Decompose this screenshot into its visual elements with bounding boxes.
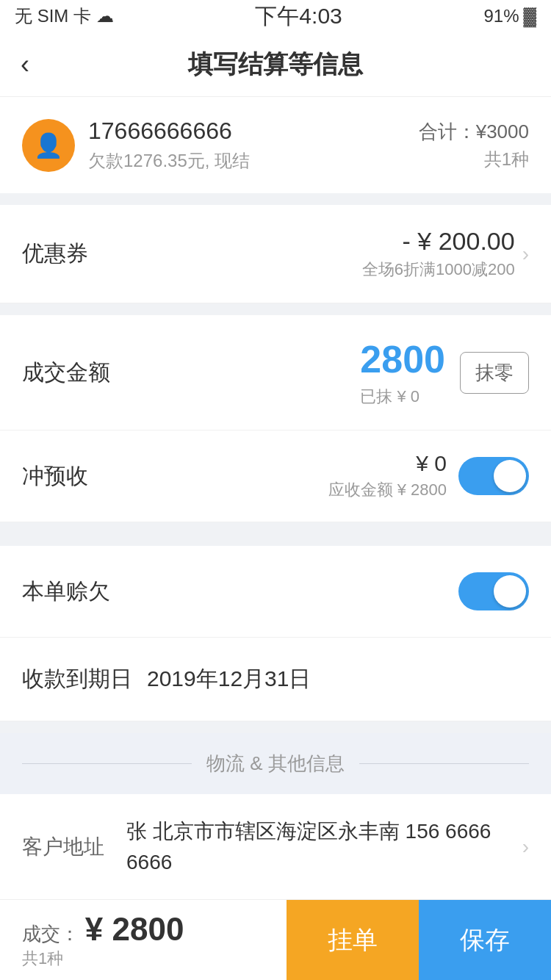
precollect-value-group: ¥ 0 应收金额 ¥ 2800 [328, 451, 447, 501]
customer-right: 合计：¥3000 共1种 [419, 119, 529, 171]
precollect-toggle[interactable] [458, 457, 529, 495]
address-content: 张 北京市市辖区海淀区永丰南 156 6666 6666 [126, 816, 515, 878]
hold-button[interactable]: 挂单 [287, 900, 419, 981]
customer-debt: 欠款1276.35元, 现结 [88, 149, 250, 173]
precollect-right: ¥ 0 应收金额 ¥ 2800 [328, 451, 529, 501]
address-chevron-icon: › [522, 835, 529, 859]
status-time: 下午4:03 [255, 1, 342, 32]
nav-bar: ‹ 填写结算等信息 [0, 32, 551, 97]
logistics-title: 物流 & 其他信息 [206, 751, 345, 777]
due-date-value: 2019年12月31日 [147, 664, 311, 694]
summary-amount: ¥ 2800 [85, 911, 184, 947]
precollect-amount: ¥ 0 [328, 451, 447, 476]
customer-left: 👤 17666666666 欠款1276.35元, 现结 [22, 118, 250, 173]
logistics-header: 物流 & 其他信息 [0, 733, 551, 794]
battery-label: 91% [483, 6, 519, 26]
sim-label: 无 SIM 卡 ☁ [15, 4, 114, 28]
address-label: 客户地址 [22, 833, 104, 861]
logistics-line-right [359, 763, 529, 764]
debit-toggle-knob [494, 575, 526, 608]
gray-divider-2 [0, 522, 551, 534]
amount-right: 2800 已抹 ¥ 0 抹零 [360, 337, 529, 408]
coupon-chevron-icon: › [522, 242, 529, 266]
battery-icon: ▓ [523, 6, 536, 26]
coupon-amount: - ¥ 200.00 [362, 227, 515, 256]
avatar: 👤 [22, 119, 75, 172]
logistics-section: 物流 & 其他信息 [0, 733, 551, 794]
coupon-info: - ¥ 200.00 全场6折满1000减200 [362, 227, 515, 281]
customer-phone: 17666666666 [88, 118, 250, 145]
coupon-row[interactable]: 优惠券 - ¥ 200.00 全场6折满1000减200 › [0, 205, 551, 303]
coupon-desc: 全场6折满1000减200 [362, 259, 515, 281]
back-button[interactable]: ‹ [21, 49, 29, 80]
toggle-knob [494, 460, 526, 492]
main-content: 👤 17666666666 欠款1276.35元, 现结 合计：¥3000 共1… [0, 97, 551, 980]
amount-sub: 已抹 ¥ 0 [360, 386, 445, 408]
amount-section: 成交金额 2800 已抹 ¥ 0 抹零 冲预收 ¥ 0 应收金额 ¥ 2800 [0, 315, 551, 522]
due-date-label: 收款到期日 [22, 664, 132, 694]
total-label: 合计：¥3000 [419, 119, 529, 145]
amount-value-group: 2800 已抹 ¥ 0 [360, 337, 445, 408]
summary-row: 成交： ¥ 2800 [22, 911, 264, 948]
customer-info: 17666666666 欠款1276.35元, 现结 [88, 118, 250, 173]
bottom-bar: 成交： ¥ 2800 共1种 挂单 保存 [0, 899, 551, 980]
precollect-row: 冲预收 ¥ 0 应收金额 ¥ 2800 [0, 430, 551, 522]
amount-row: 成交金额 2800 已抹 ¥ 0 抹零 [0, 315, 551, 430]
summary-count: 共1种 [22, 948, 264, 970]
status-left: 无 SIM 卡 ☁ [15, 4, 114, 28]
summary-info: 成交： ¥ 2800 共1种 [0, 911, 287, 970]
debit-label: 本单赊欠 [22, 577, 110, 607]
amount-value: 2800 [360, 337, 445, 381]
due-date-row: 收款到期日 2019年12月31日 [0, 638, 551, 721]
status-right: 91% ▓ [483, 6, 536, 26]
precollect-label: 冲预收 [22, 461, 88, 491]
precollect-sub: 应收金额 ¥ 2800 [328, 479, 447, 501]
coupon-label: 优惠券 [22, 239, 88, 269]
total-count: 共1种 [419, 148, 529, 171]
round-button[interactable]: 抹零 [460, 352, 529, 394]
summary-prefix: 成交： [22, 923, 79, 945]
status-bar: 无 SIM 卡 ☁ 下午4:03 91% ▓ [0, 0, 551, 32]
debit-toggle[interactable] [458, 572, 529, 610]
customer-card: 👤 17666666666 欠款1276.35元, 现结 合计：¥3000 共1… [0, 97, 551, 193]
page-title: 填写结算等信息 [188, 48, 363, 82]
save-button[interactable]: 保存 [419, 900, 551, 981]
amount-label: 成交金额 [22, 358, 110, 388]
debit-row: 本单赊欠 [0, 546, 551, 638]
coupon-right: - ¥ 200.00 全场6折满1000减200 › [362, 227, 529, 281]
gray-divider-1 [0, 303, 551, 315]
debit-section: 本单赊欠 收款到期日 2019年12月31日 [0, 546, 551, 721]
address-row[interactable]: 客户地址 张 北京市市辖区海淀区永丰南 156 6666 6666 › [0, 794, 551, 900]
logistics-line-left [22, 763, 192, 764]
